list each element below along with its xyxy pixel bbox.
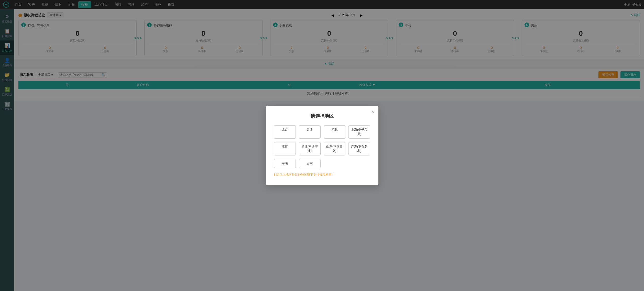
region-btn-江苏[interactable]: 江苏	[274, 142, 296, 155]
region-grid-row3: 海南云南	[274, 159, 370, 168]
region-btn-北京[interactable]: 北京	[274, 125, 296, 139]
region-grid-row2: 江苏浙江(不含宁波)山东(不含青岛)广东(不含深圳)	[274, 142, 370, 155]
modal-close-btn[interactable]: ✕	[371, 109, 374, 114]
region-grid-row1: 北京天津河北上海(电子税局)	[274, 125, 370, 139]
region-btn-河北[interactable]: 河北	[324, 125, 345, 139]
region-select-modal: ✕ 请选择地区 北京天津河北上海(电子税局) 江苏浙江(不含宁波)山东(不含青岛…	[266, 106, 378, 185]
modal-overlay: ✕ 请选择地区 北京天津河北上海(电子税局) 江苏浙江(不含宁波)山东(不含青岛…	[0, 0, 644, 291]
info-icon: ℹ	[274, 173, 275, 177]
region-btn-海南[interactable]: 海南	[274, 159, 296, 168]
modal-note-text: 除以上地区外其他地区暂不支持报税检查!	[276, 173, 332, 177]
region-btn-云南[interactable]: 云南	[299, 159, 321, 168]
modal-note: ℹ 除以上地区外其他地区暂不支持报税检查!	[274, 173, 370, 177]
region-btn-山东(不含青岛)[interactable]: 山东(不含青岛)	[324, 142, 345, 155]
region-btn-天津[interactable]: 天津	[299, 125, 321, 139]
region-btn-上海(电子税局)[interactable]: 上海(电子税局)	[348, 125, 370, 139]
region-btn-广东(不含深圳)[interactable]: 广东(不含深圳)	[348, 142, 370, 155]
modal-title: 请选择地区	[274, 113, 370, 119]
region-btn-浙江(不含宁波)[interactable]: 浙江(不含宁波)	[299, 142, 321, 155]
